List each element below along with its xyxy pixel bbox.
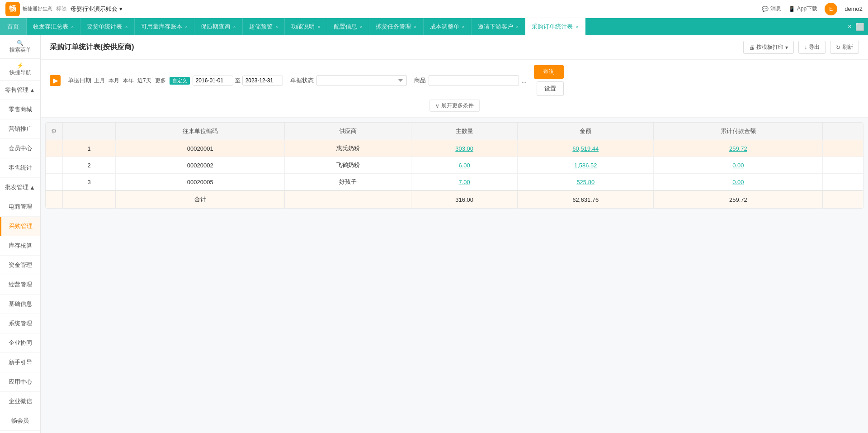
td-cum-payment-3[interactable]: 0.00 [654,174,823,191]
filter-toggle-button[interactable]: ▶ [50,75,61,86]
date-shortcut-last-month[interactable]: 上月 [94,77,105,85]
td-amount-3[interactable]: 525.80 [518,174,654,191]
template-print-button[interactable]: 🖨 按模板打印 ▾ [743,41,794,54]
sidebar-item-fund-mgmt[interactable]: 资金管理 [0,256,40,275]
td-amount-1[interactable]: 60,519.44 [518,140,654,157]
sidebar-member-label: 畅会员 [11,417,29,424]
td-amount-2[interactable]: 1,586.52 [518,157,654,174]
sidebar-item-app-center[interactable]: 应用中心 [0,372,40,392]
date-shortcut-this-year[interactable]: 本年 [123,77,134,85]
maximize-tab-icon[interactable]: ⬜ [855,23,864,31]
sidebar-item-ops-mgmt[interactable]: 经营管理 [0,275,40,295]
tab-invite-customer-close[interactable]: × [516,24,519,29]
filter-actions: 查询 设置 [534,65,564,96]
sidebar-item-basic-info[interactable]: 基础信息 [0,295,40,314]
message-action[interactable]: 💬 消息 [762,5,781,13]
close-tab-icon[interactable]: × [848,23,852,31]
status-filter-select[interactable] [316,75,407,86]
tfoot-index [63,190,116,208]
query-button[interactable]: 查询 [534,65,564,79]
sidebar-item-purchase-mgmt[interactable]: 采购管理 [0,217,40,236]
date-shortcut-this-month[interactable]: 本月 [108,77,119,85]
tab-receive-close[interactable]: × [71,24,74,29]
tab-cost-adjust[interactable]: 成本调整单 × [424,18,472,35]
tfoot-extra [823,190,863,208]
user-avatar[interactable]: E [825,3,837,15]
date-from-input[interactable]: 2016-01-01 [193,76,233,86]
tab-config-label: 配置信息 [334,23,357,31]
sidebar-item-retail-shop[interactable]: 零售商城 [0,100,40,119]
td-main-qty-3[interactable]: 7.00 [411,174,518,191]
td-main-qty-1[interactable]: 303.00 [411,140,518,157]
breadcrumb-label: 标签 [56,5,67,13]
tfoot-settings [46,190,63,208]
sidebar-item-ecommerce[interactable]: 电商管理 [0,197,40,217]
th-partner-code: 往来单位编码 [116,123,285,140]
tab-overstock[interactable]: 超储预警 × [243,18,285,35]
sidebar-item-retail-mgmt[interactable]: 零售管理 ▲ [0,81,40,100]
tab-purchase-stat[interactable]: 要货单统计表 × [80,18,134,35]
tab-purchase-order-stat-label: 采购订单统计表 [532,23,573,31]
sidebar-item-search[interactable]: 🔍 搜索英单 [0,35,40,59]
table-settings-icon[interactable]: ⚙ [51,128,57,135]
tab-function-desc-close[interactable]: × [317,24,320,29]
tab-overstock-close[interactable]: × [275,24,278,29]
page-title: 采购订单统计表(按供应商) [50,43,134,52]
tab-receive[interactable]: 收发存汇总表 × [27,18,80,35]
td-cum-payment-2[interactable]: 0.00 [654,157,823,174]
tab-config[interactable]: 配置信息 × [327,18,369,35]
expand-more-button[interactable]: ∨ 展开更多条件 [429,100,480,112]
chevron-down-icon-2: ▲ [29,184,35,191]
tab-purchase-order-stat-close[interactable]: × [576,24,578,29]
sidebar-item-member-center[interactable]: 会员中心 [0,139,40,158]
sidebar-item-stock-check[interactable]: 库存核算 [0,236,40,256]
sidebar-item-new-guide[interactable]: 新手引导 [0,353,40,372]
account-selector[interactable]: 母婴行业演示账套 ▾ [71,5,123,13]
user-name[interactable]: demo2 [844,5,863,12]
tab-cost-adjust-close[interactable]: × [462,24,465,29]
refresh-button[interactable]: ↻ 刷新 [830,41,859,54]
tab-function-desc[interactable]: 功能说明 × [285,18,327,35]
sidebar-enterprise-wechat-label: 企业微信 [9,398,32,404]
tab-stock-account[interactable]: 可用量库存账本 × [135,18,194,35]
tab-purchase-order-stat[interactable]: 采购订单统计表 × [525,18,585,35]
sidebar-item-enterprise-collab[interactable]: 企业协同 [0,333,40,353]
tab-overstock-label: 超储预警 [249,23,273,31]
td-settings-3 [46,174,63,191]
app-download-label: App下载 [797,5,817,13]
tab-invite-customer[interactable]: 邀请下游客户 × [472,18,525,35]
tab-task-mgmt-close[interactable]: × [414,24,416,29]
goods-filter-field: 商品 ... [414,75,527,86]
export-button[interactable]: ↓ 导出 [798,41,826,54]
tab-warranty[interactable]: 保质期查询 × [194,18,242,35]
th-amount: 金额 [518,123,654,140]
table-row: 2 00020002 飞鹤奶粉 6.00 1,586.52 0.00 [46,157,863,174]
date-to-input[interactable]: 2023-12-31 [242,76,283,86]
sidebar-item-marketing[interactable]: 营销推广 [0,119,40,139]
tab-function-desc-label: 功能说明 [291,23,315,31]
app-download-action[interactable]: 📱 App下载 [788,5,817,13]
goods-filter-input[interactable] [429,75,519,86]
sidebar-item-quick-nav[interactable]: ⚡ 快捷导航 [0,59,40,81]
sidebar-item-wholesale-mgmt[interactable]: 批发管理 ▲ [0,178,40,197]
tab-home[interactable]: 首页 [0,18,27,35]
tab-config-close[interactable]: × [360,24,363,29]
sidebar-item-retail-stat[interactable]: 零售统计 [0,158,40,178]
sidebar-item-sys-mgmt[interactable]: 系统管理 [0,314,40,333]
tab-warranty-close[interactable]: × [233,24,236,29]
date-shortcut-7days[interactable]: 近7天 [137,77,151,85]
sidebar-item-enterprise-wechat[interactable]: 企业微信 [0,392,40,411]
filter-area: ▶ 单据日期 上月 本月 本年 近7天 更多 自定义 2016-01-01 至 [41,60,868,118]
td-cum-payment-1[interactable]: 259.72 [654,140,823,157]
tab-task-mgmt[interactable]: 拣货任务管理 × [369,18,423,35]
tab-stock-account-close[interactable]: × [185,24,188,29]
td-partner-code-1: 00020001 [116,140,285,157]
tab-purchase-stat-close[interactable]: × [125,24,127,29]
td-extra-1 [823,140,863,157]
date-shortcut-more[interactable]: 更多 [155,77,166,85]
settings-button[interactable]: 设置 [537,81,564,96]
td-main-qty-2[interactable]: 6.00 [411,157,518,174]
goods-more-icon[interactable]: ... [522,77,527,84]
sidebar-item-member[interactable]: 畅会员 [0,411,40,431]
sidebar-enterprise-collab-label: 企业协同 [9,339,32,346]
